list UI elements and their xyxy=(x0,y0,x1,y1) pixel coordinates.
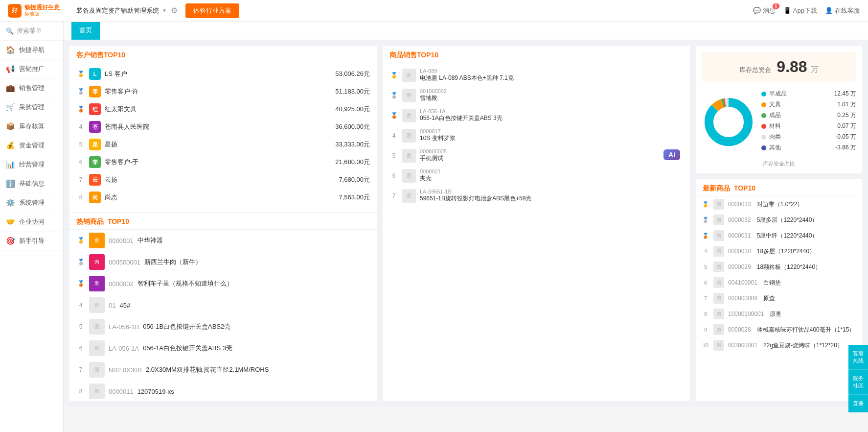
header-right: 💬 消息 6 📱 App下载 👤 在线客服 xyxy=(753,6,860,15)
sidebar-item-finance[interactable]: 💰 资金管理 xyxy=(0,136,63,155)
product-thumbnail: 图 xyxy=(713,277,724,288)
ai-badge[interactable]: Ai xyxy=(663,149,680,160)
main-content: 首页 客户销售TOP10 🥇 L LS 客户 53,006.26元 🥈 零 零售… xyxy=(64,22,868,432)
logo-area: 好 畅捷通好生意 标准版 xyxy=(8,4,71,18)
message-badge: 6 xyxy=(773,3,779,9)
avatar: 红 xyxy=(89,103,101,115)
rank-number: 🥈 xyxy=(76,88,85,95)
sidebar-item-purchase[interactable]: 🛒 采购管理 xyxy=(0,98,63,117)
system-selector[interactable]: 装备及固定资产辅助管理系统 ▼ xyxy=(76,6,167,15)
product-thumbnail: 图 xyxy=(402,149,416,163)
inventory-card: 库存总资金 9.88 万 xyxy=(696,46,862,173)
product-thumbnail: 图 xyxy=(713,293,724,304)
list-item: 🥈 图 0000032 5厘多层（1220*2440） xyxy=(696,212,862,228)
product-ranking-title: 商品销售TOP10 xyxy=(383,46,690,63)
table-row: 4 图 0000017 10S 变料罗浆 xyxy=(383,125,690,145)
list-item: 8 图 0000011 12070519-xs xyxy=(69,381,377,401)
sidebar-item-guide[interactable]: 🎯 新手引导 xyxy=(0,232,63,251)
online-service-btn[interactable]: 👤 在线客服 xyxy=(825,6,860,15)
rank-number: 🥈 xyxy=(389,92,398,99)
search-icon: 🔍 xyxy=(6,27,14,35)
home-icon: 🏠 xyxy=(6,46,15,54)
phone-icon: 📱 xyxy=(783,7,791,14)
rank-number: 🥈 xyxy=(702,217,709,223)
new-products-card: 最新商品 TOP10 🥇 图 0000033 对边带（1.0*22） 🥈 图 0… xyxy=(696,179,862,401)
right-column: 库存总资金 9.88 万 xyxy=(696,46,862,401)
legend-item: 文具 1.01 万 xyxy=(761,100,856,109)
sidebar-item-basic-info[interactable]: ℹ️ 基础信息 xyxy=(0,174,63,193)
legend-dot xyxy=(761,113,766,118)
inventory-icon: 📦 xyxy=(6,122,15,131)
table-row: 🥉 图 LA-056-1A 056-1A白色按键开关盖ABS 3壳 xyxy=(383,105,690,125)
list-item: 6 图 LA-056-1A 056-1A白色按键开关盖ABS 3壳 xyxy=(69,337,377,359)
rank-number: 🥈 xyxy=(76,259,85,265)
product-thumbnail: 图 xyxy=(89,384,105,399)
sidebar-item-inventory[interactable]: 📦 库存核算 xyxy=(0,117,63,136)
sidebar-item-sales[interactable]: 💼 销售管理 xyxy=(0,79,63,98)
sidebar-item-cooperation[interactable]: 🤝 企业协同 xyxy=(0,213,63,232)
sidebar-search[interactable]: 🔍 搜索菜单 xyxy=(0,22,63,41)
list-item: 5 图 0000029 18颗粒板（1220*2440） xyxy=(696,259,862,275)
tab-home[interactable]: 首页 xyxy=(71,22,100,40)
customer-service-float: 客服热线 服务社区 直播 xyxy=(848,345,868,412)
product-thumbnail: 图 xyxy=(402,169,416,183)
product-thumbnail: 图 xyxy=(402,109,416,122)
list-item: 7 图 000800008 原查 xyxy=(696,290,862,306)
list-item: 7 图 NB2.0X30B 2.0X30MM双排花轴.摇花直径2.1MM/ROH… xyxy=(69,359,377,381)
legend-item: 肉类 -0.05 万 xyxy=(761,133,856,141)
cs-community-btn[interactable]: 服务社区 xyxy=(848,370,868,395)
trial-button[interactable]: 体验行业方案 xyxy=(185,3,239,18)
service-icon: 👤 xyxy=(825,7,833,14)
list-item: 6 图 004100001 白钢垫 xyxy=(696,275,862,290)
product-thumbnail: 图 xyxy=(402,129,416,143)
list-item: 4 图 01 45# xyxy=(69,294,377,316)
list-item: 8 图 10000100001 原查 xyxy=(696,306,862,322)
new-products-list: 🥇 图 0000033 对边带（1.0*22） 🥈 图 0000032 5厘多层… xyxy=(696,196,862,353)
marketing-icon: 📢 xyxy=(6,65,15,73)
new-products-title: 最新商品 TOP10 xyxy=(696,179,862,196)
customer-ranking-title: 客户销售TOP10 xyxy=(69,46,377,63)
product-thumbnail: 图 xyxy=(402,69,416,82)
logo-text: 畅捷通好生意 标准版 xyxy=(24,4,60,17)
sidebar-item-home[interactable]: 🏠 快捷导航 xyxy=(0,41,63,60)
message-icon: 💬 xyxy=(753,7,761,14)
sidebar-item-marketing[interactable]: 📢 营销推广 xyxy=(0,60,63,79)
rank-number: 🥉 xyxy=(76,106,85,113)
list-item: 5 图 LA-056-1B 056-1B白色按键开关盒ABS2壳 xyxy=(69,316,377,337)
legend-dot xyxy=(761,92,766,96)
sidebar-item-management[interactable]: 📊 经营管理 xyxy=(0,155,63,174)
message-btn[interactable]: 💬 消息 6 xyxy=(753,6,776,15)
list-item: 9 图 0000028 体械嘉核味苏打饮品400毫升（1*15） xyxy=(696,322,862,337)
legend-item: 半成品 12.45 万 xyxy=(761,90,856,98)
app-download-btn[interactable]: 📱 App下载 xyxy=(783,6,817,15)
list-item: 🥇 图 0000033 对边带（1.0*22） xyxy=(696,196,862,212)
avatar: 尚 xyxy=(89,192,101,203)
product-thumbnail: 果 xyxy=(89,276,105,291)
avatar: 星 xyxy=(89,139,101,150)
table-row: 8 尚 尚态 7,563.00元 xyxy=(69,189,377,206)
settings-icon[interactable]: ⚙ xyxy=(171,6,178,15)
product-thumbnail: 图 xyxy=(713,262,724,272)
rank-number: 🥉 xyxy=(76,280,85,287)
product-thumbnail: 图 xyxy=(89,340,105,356)
product-thumbnail: 图 xyxy=(713,199,724,210)
medal-icon: 🥇 xyxy=(76,71,85,77)
avatar: 苍 xyxy=(89,121,101,133)
product-thumbnail: 图 xyxy=(89,297,105,313)
cs-live-btn[interactable]: 直播 xyxy=(848,395,868,412)
product-thumbnail: 图 xyxy=(402,89,416,102)
top-header: 好 畅捷通好生意 标准版 装备及固定资产辅助管理系统 ▼ ⚙ 体验行业方案 💬 … xyxy=(0,0,868,22)
list-item: 🥉 图 0000031 5厘中纤（1220*2440） xyxy=(696,228,862,243)
sidebar-item-system[interactable]: ⚙️ 系统管理 xyxy=(0,193,63,213)
table-row: 6 零 零售客户-于 21,680.00元 xyxy=(69,153,377,171)
avatar: 零 xyxy=(89,86,101,97)
product-ranking-card: 商品销售TOP10 🥇 图 LA-089 电池盖 LA-089 ABS本色+黑种… xyxy=(383,46,690,401)
product-thumbnail: 图 xyxy=(713,309,724,319)
nav-tabs: 首页 xyxy=(64,22,868,40)
product-thumbnail: 图 xyxy=(89,362,105,378)
purchase-icon: 🛒 xyxy=(6,103,15,112)
table-row: 🥉 红 红太阳文具 40,925.00元 xyxy=(69,100,377,118)
list-item: 🥈 肉 000500001 新西兰牛肉（新牛） xyxy=(69,251,377,273)
legend-item: 成品 0.25 万 xyxy=(761,111,856,120)
cs-hotline-btn[interactable]: 客服热线 xyxy=(848,345,868,370)
